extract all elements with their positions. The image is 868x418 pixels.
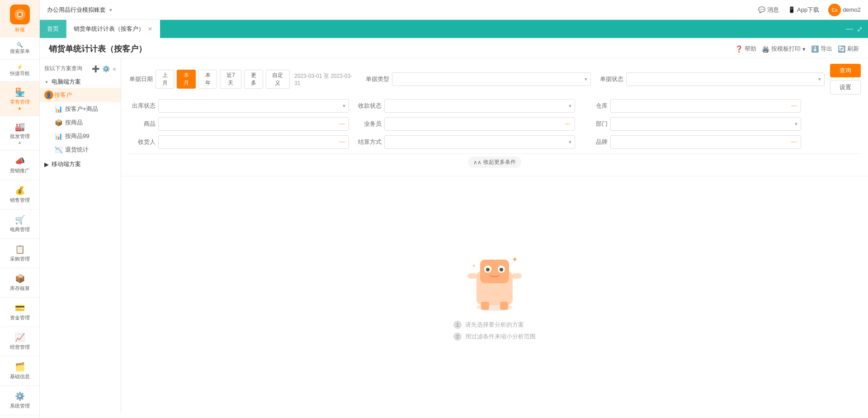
scheme-group-pc-title[interactable]: ▼ 电脑端方案 <box>40 76 121 88</box>
collapse-filters-btn[interactable]: ∧∧ 收起更多条件 <box>468 157 521 168</box>
filter-row-2: 出库状态 收款状态 <box>128 99 861 113</box>
refresh-btn[interactable]: 🔄 刷新 <box>838 45 859 53</box>
app-download-btn[interactable]: 📱 App下载 <box>788 6 819 14</box>
header-left: 办公用品行业模拟账套 ▾ <box>47 6 112 14</box>
scheme-panel-title: 按以下方案查询 <box>44 65 82 72</box>
tab-bar: 首页 销货单统计计表（按客户） ✕ — ⤢ <box>40 20 868 38</box>
retail-icon: 🏪 <box>15 87 25 97</box>
date-label: 单据日期 <box>128 75 153 83</box>
page-title-actions: ❓ 帮助 🖨️ 按模板打印 ▾ ⬇️ 导出 🔄 刷新 <box>735 45 859 53</box>
export-btn[interactable]: ⬇️ 导出 <box>811 45 832 53</box>
order-status-select[interactable] <box>626 72 825 86</box>
basic-info-icon: 🗂️ <box>15 362 25 372</box>
user-profile[interactable]: Ea demo2 <box>828 4 861 16</box>
settings-btn[interactable]: 设置 <box>830 80 861 95</box>
scheme-item-return-stats[interactable]: 📉 退货统计 <box>40 143 121 157</box>
system-icon: ⚙️ <box>15 391 25 401</box>
out-status-select-wrap[interactable] <box>158 99 349 113</box>
scheme-group-mobile-title[interactable]: ▶ 移动端方案 <box>40 158 121 170</box>
sidebar-item-finance[interactable]: 💳 资金管理 <box>0 298 39 327</box>
order-status-label: 单据状态 <box>596 75 623 83</box>
sidebar-item-wholesale[interactable]: 🏭 批发管理 ▲ <box>0 116 39 151</box>
receive-status-select[interactable] <box>384 99 575 113</box>
sidebar-item-inventory[interactable]: 📦 库存核算 <box>0 268 39 298</box>
receive-status-select-wrap[interactable] <box>384 99 575 113</box>
date-btn-last-month[interactable]: 上月 <box>156 70 174 89</box>
sidebar-item-enterprise[interactable]: 🤝 企业协同 <box>0 415 39 418</box>
salesperson-input[interactable]: ··· <box>384 117 575 131</box>
print-dropdown-icon[interactable]: ▾ <box>802 46 806 52</box>
collapse-panel-btn[interactable]: « <box>113 65 116 72</box>
tab-close-btn[interactable]: ✕ <box>148 26 152 32</box>
svg-text:✦: ✦ <box>472 263 476 268</box>
sidebar-item-ecommerce[interactable]: 🛒 电商管理 <box>0 209 39 239</box>
message-btn[interactable]: 💬 消息 <box>758 6 779 14</box>
header-title: 办公用品行业模拟账套 <box>47 6 106 14</box>
marketing-icon: 📣 <box>15 156 25 166</box>
sidebar-item-purchase[interactable]: 📋 采购管理 <box>0 239 39 268</box>
scheme-item-product-99[interactable]: 📊 按商品99 <box>40 129 121 143</box>
date-btn-custom[interactable]: 自定义 <box>266 70 290 89</box>
sidebar-item-basic-info[interactable]: 🗂️ 基础信息 <box>0 356 39 386</box>
top-header: 办公用品行业模拟账套 ▾ 💬 消息 📱 App下载 Ea demo2 <box>40 0 868 20</box>
page-title-bar: 销货单统计计表（按客户） ❓ 帮助 🖨️ 按模板打印 ▾ ⬇️ 导出 🔄 刷 <box>40 38 868 58</box>
add-scheme-btn[interactable]: ➕ <box>92 65 99 72</box>
sidebar-item-sales[interactable]: 💰 销售管理 <box>0 180 39 209</box>
settle-group: 结算方式 <box>354 135 575 149</box>
header-dropdown-btn[interactable]: ▾ <box>109 7 112 13</box>
warehouse-input[interactable]: ··· <box>610 99 801 113</box>
consignee-input[interactable]: ··· <box>158 135 349 149</box>
sidebar: 标服 🔍 搜索菜单 ⚡ 快捷导航 🏪 零售管理 ▲ 🏭 批发管理 ▲ 📣 营销推… <box>0 0 40 418</box>
scheme-panel-actions: ➕ ⚙️ « <box>92 65 116 72</box>
date-btn-more[interactable]: 更多 <box>244 70 263 89</box>
refresh-icon: 🔄 <box>838 45 845 52</box>
user-avatar: Ea <box>828 4 841 16</box>
warehouse-dots: ··· <box>791 102 797 110</box>
consignee-label: 收货人 <box>128 138 156 146</box>
product-99-icon: 📊 <box>54 133 62 140</box>
print-icon: 🖨️ <box>762 45 769 52</box>
department-select[interactable] <box>610 117 801 131</box>
left-scheme-panel: 按以下方案查询 ➕ ⚙️ « ▼ 电脑端方案 <box>40 58 121 413</box>
order-status-select-wrap[interactable] <box>626 72 825 86</box>
settle-select[interactable] <box>384 135 575 149</box>
brand-group: 品牌 ··· <box>580 135 801 149</box>
sidebar-item-retail[interactable]: 🏪 零售管理 ▲ <box>0 82 39 116</box>
scheme-item-customer-product[interactable]: 📊 按客户+商品 <box>40 102 121 116</box>
order-type-select[interactable] <box>392 72 590 86</box>
product-label: 商品 <box>128 120 156 128</box>
sidebar-item-operations[interactable]: 📈 经营管理 <box>0 327 39 356</box>
department-select-wrap[interactable] <box>610 117 801 131</box>
date-btn-this-month[interactable]: 本月 <box>177 70 195 89</box>
right-panel: 单据日期 上月 本月 本年 近7天 更多 自定义 2023-03-01 至 20… <box>121 58 868 413</box>
maximize-btn[interactable]: ⤢ <box>857 25 863 33</box>
date-btn-this-year[interactable]: 本年 <box>198 70 217 89</box>
scheme-item-product[interactable]: 📦 按商品 <box>40 116 121 129</box>
search-icon: 🔍 <box>17 42 23 48</box>
out-status-select[interactable] <box>158 99 349 113</box>
tip-1-text: 请先选择要分析的方案 <box>465 321 524 329</box>
settle-select-wrap[interactable] <box>384 135 575 149</box>
product-input[interactable]: ··· <box>158 117 349 131</box>
sidebar-item-system[interactable]: ⚙️ 系统管理 <box>0 386 39 415</box>
collapse-row: ∧∧ 收起更多条件 <box>128 153 861 171</box>
tab-sales-stats[interactable]: 销货单统计计表（按客户） ✕ <box>66 20 160 38</box>
query-btn[interactable]: 查询 <box>830 64 861 77</box>
quick-nav-item[interactable]: ⚡ 快捷导航 <box>0 60 39 82</box>
order-type-select-wrap[interactable] <box>392 72 590 86</box>
tip-2-num: 2 <box>453 332 462 341</box>
sidebar-item-marketing[interactable]: 📣 营销推广 <box>0 151 39 180</box>
edit-scheme-btn[interactable]: ⚙️ <box>102 65 110 72</box>
help-btn[interactable]: ❓ 帮助 <box>735 45 756 53</box>
print-btn[interactable]: 🖨️ 按模板打印 ▾ <box>762 45 806 53</box>
scheme-item-by-customer[interactable]: 👤 按客户 <box>40 88 121 102</box>
group-collapsed-icon: ▶ <box>44 161 49 168</box>
minimize-btn[interactable]: — <box>846 25 853 33</box>
query-btn-group: 查询 设置 <box>830 64 861 95</box>
search-menu-item[interactable]: 🔍 搜索菜单 <box>0 38 39 60</box>
brand-input[interactable]: ··· <box>610 135 801 149</box>
date-btn-7days[interactable]: 近7天 <box>220 70 241 89</box>
help-icon: ❓ <box>735 45 743 52</box>
tab-home[interactable]: 首页 <box>40 20 66 38</box>
header-right: 💬 消息 📱 App下载 Ea demo2 <box>758 4 861 16</box>
